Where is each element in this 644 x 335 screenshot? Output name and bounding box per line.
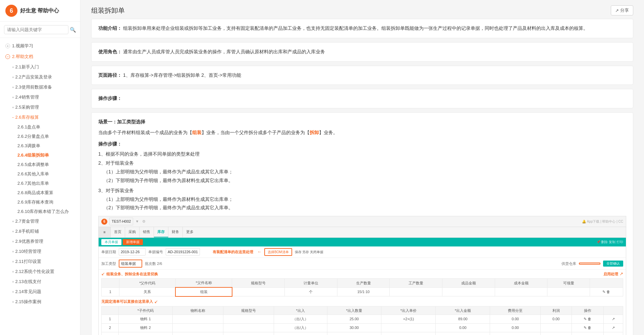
sidebar-item-transfer[interactable]: 2.6.3调拨单	[0, 141, 80, 151]
sidebar-item-assembly[interactable]: 2.6.4组装拆卸单	[0, 151, 80, 160]
search-area[interactable]: 🔍	[0, 22, 80, 38]
sidebar-item-ledger[interactable]: 2.6.9库存账本查询	[0, 198, 80, 207]
sidebar-item-other-out[interactable]: 2.6.7其他出库单	[0, 179, 80, 188]
logo-area: 6 好生意 帮助中心	[0, 0, 80, 22]
sidebar-item-sales[interactable]: + 2.4销售管理	[0, 92, 80, 102]
function-intro-text: 组装拆卸单用来处理企业组装或拆卸等加工业务，支持有固定装配清单的产品加工业务，也…	[123, 25, 588, 31]
sim-sidebar-toggle[interactable]: ≡	[99, 227, 111, 237]
sidebar-item-install[interactable]: + 2.2产品安装及登录	[0, 72, 80, 82]
sim-b-r1-c2	[173, 315, 223, 324]
sim-confirm-btn[interactable]: 全部确认	[603, 261, 623, 267]
sim-b-r2-c1: 物料 2	[118, 324, 173, 332]
annotation3: 启用处理	[603, 271, 618, 277]
sidebar-item-cost-recalc[interactable]: 2.6.8商品成本重算	[0, 188, 80, 198]
sidebar-item-coupon[interactable]: + 2.9优惠券管理	[0, 236, 80, 246]
sidebar-item-other-in[interactable]: 2.6.6其他入库单	[0, 169, 80, 179]
sim-b-r3-c5	[327, 332, 381, 335]
sim-b-r2-c11: ↗	[603, 324, 623, 332]
sim-col-name: *父件名称	[175, 279, 232, 287]
sidebar-item-newbie[interactable]: + 2.1新手入门	[0, 62, 80, 72]
sim-toolbar: 本月单据 新增单据 📌 删除 复制 打印	[99, 238, 626, 246]
sim-top-r1-c6	[390, 287, 442, 296]
expand-icon-2-1: +	[12, 65, 14, 69]
sim-b-col-ioamt: *出入金额	[436, 306, 490, 315]
sim-top-r1-c0: 1	[102, 287, 119, 296]
search-icon[interactable]: 🔍	[70, 27, 76, 33]
sidebar-item-finance[interactable]: + 2.7资金管理	[0, 216, 80, 226]
scene1-title: 场景一：加工类型选择	[98, 118, 626, 126]
sim-b-col-profit: 利润	[541, 306, 572, 315]
expand-icon-2-7: +	[12, 220, 14, 223]
sidebar-label-2: 2.帮助文档	[12, 54, 33, 60]
expand-icon-2-5: +	[12, 106, 14, 109]
step3-text: 3、对于拆装业务	[98, 187, 626, 195]
search-input[interactable]	[4, 25, 68, 34]
sim-b-r3-c11: ↗	[603, 332, 623, 335]
sim-nav-inventory[interactable]: 库存	[154, 227, 168, 237]
expand-icon-2-8: +	[12, 230, 14, 233]
sidebar-item-cases[interactable]: + 2.15操作案例	[0, 297, 80, 307]
sim-nav-finance[interactable]: 财务	[168, 227, 183, 237]
share-button[interactable]: ↗ 分享	[611, 5, 633, 15]
sim-b-r3-c2	[173, 332, 223, 335]
sim-logo: 6	[101, 219, 107, 225]
sim-arrow-icon: ▼	[135, 218, 139, 225]
sim-type-val: 组装单据	[119, 260, 142, 268]
sim-col-spec: 规格型号	[232, 279, 285, 287]
sim-col-avail: 可领量	[547, 279, 590, 287]
sim-nav-row: ≡ 首页 采购 销售 库存 财务 更多	[99, 227, 626, 238]
sim-col-prod: 生产数量	[337, 279, 390, 287]
annotation2: 组装业务、拆卸业务在这里切换	[106, 271, 158, 277]
sim-nav-purchase[interactable]: 采购	[125, 227, 140, 237]
sidebar-item-mobile[interactable]: + 2.8手机旺铺	[0, 226, 80, 236]
sim-b-r2-c6	[381, 324, 436, 332]
sidebar-item-inventory[interactable]: − 2.6库存核算	[0, 112, 80, 122]
sidebar-item-print[interactable]: + 2.11打印设置	[0, 257, 80, 267]
sim-nav-sales[interactable]: 销售	[140, 227, 154, 237]
sidebar-item-cost-adj[interactable]: 2.6.5成本调整单	[0, 160, 80, 169]
sim-b-col-op: 操作	[572, 306, 603, 315]
sidebar-item-purchase[interactable]: + 2.5采购管理	[0, 102, 80, 112]
sim-b-r3-c0: 3	[102, 332, 119, 335]
sim-top-table: *父件代码 *父件名称 规格型号 计量单位 生产数量 工产数量 成品金额 成本金…	[101, 278, 623, 296]
sim-nav-more[interactable]: 更多	[183, 227, 197, 237]
scene1-desc: 当由多个子件材料组装成一个成品的业务为【组装】业务，当由一个父件拆分成多个子产品…	[98, 129, 626, 137]
sim-btn-thismonth[interactable]: 本月单据	[101, 239, 121, 245]
sim-nav-home[interactable]: 首页	[111, 227, 125, 237]
function-intro-card: 功能介绍： 组装拆卸单用来处理企业组装或拆卸等加工业务，支持有固定装配清单的产品…	[91, 19, 633, 38]
expand-icon-2-14: +	[12, 290, 14, 294]
sim-annotation-row2: 无固定清单可以直接在这里录入 ↙	[99, 297, 626, 306]
sidebar-item-helpdocs[interactable]: − 2.帮助文档	[0, 51, 80, 62]
sidebar-item-video[interactable]: + 1.视频学习	[0, 41, 80, 51]
sim-top-r1-c1: 关系	[119, 287, 175, 296]
sim-b-r1-c0: 1	[102, 315, 119, 324]
path-card: 页面路径： 1、库存核算->库存管理->组装拆卸单 2、首页->常用功能	[91, 66, 633, 85]
sidebar-item-faq[interactable]: + 2.14常见问题	[0, 287, 80, 297]
sidebar-item-operations[interactable]: + 2.10经营管理	[0, 246, 80, 257]
sim-b-r1-c11: ↗	[603, 315, 623, 324]
annotation4: 无固定清单可以直接在这里录入	[101, 298, 153, 305]
sidebar-item-payment[interactable]: + 2.13在线支付	[0, 277, 80, 287]
sim-b-r3-c1	[118, 332, 173, 335]
sidebar-item-dataprep[interactable]: + 2.3使用前数据准备	[0, 82, 80, 92]
sidebar-item-customization[interactable]: + 2.12系统个性化设置	[0, 267, 80, 277]
expand-icon-2-15: +	[12, 300, 14, 304]
sim-bottom-table: *子件代码 物料名称 规格型号 *出入 *出入数量 *出入单价 *出入金额 费用…	[101, 306, 623, 335]
step2-sub1: （1）上部明细为父件明细，最终作为产成品生成其它入库单；	[98, 168, 626, 176]
arrow1: ←	[257, 248, 262, 256]
sidebar-item-stocktake[interactable]: 2.6.1盘点单	[0, 122, 80, 132]
sim-col-worker: 工产数量	[390, 279, 442, 287]
sim-form-row1: 单据日期 2019-12-26 单据编号 AD-20191226-001 有装配…	[99, 246, 626, 258]
steps-subtitle: 操作步骤：	[98, 140, 626, 148]
sim-col-amount: 成品金额	[442, 279, 495, 287]
sim-b-r1-c9: 0.00	[541, 315, 572, 324]
sidebar-item-split-stocktake[interactable]: 2.6.2分量盘点单	[0, 132, 80, 141]
sim-b-r2-c10: ✎ 🗑	[572, 324, 603, 332]
sim-bom-select-btn[interactable]: 选择BOM清单	[264, 248, 292, 256]
sim-top-r1-c9	[547, 287, 590, 296]
sim-form-row2: 加工类型 组装单据 批次数 2/6 供货仓库 全部确认	[99, 258, 626, 270]
scene1-card: 场景一：加工类型选择 当由多个子件材料组装成一个成品的业务为【组装】业务，当由一…	[91, 112, 633, 335]
share-label: 分享	[620, 7, 629, 13]
sidebar-item-ledger-fix[interactable]: 2.6.10库存账本错了怎么办	[0, 207, 80, 216]
sim-btn-newbill[interactable]: 新增单据	[123, 239, 143, 245]
